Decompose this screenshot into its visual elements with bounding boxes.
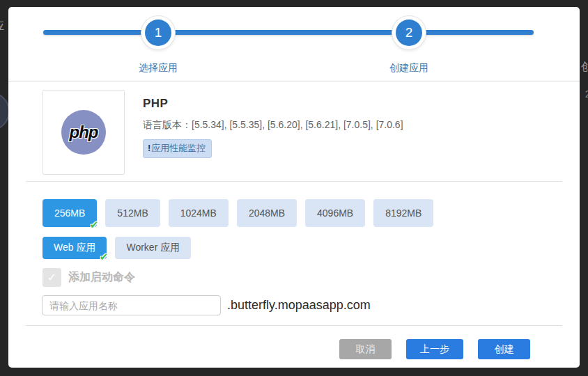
step-1-label: 选择应用 — [116, 62, 200, 75]
versions-label: 语言版本： — [143, 119, 192, 130]
php-logo-icon: php — [61, 110, 106, 155]
domain-suffix: .butterfly.mopaasapp.com — [227, 298, 371, 313]
background-text-fragment: 创 — [581, 60, 588, 75]
app-type-label: Web 应用 — [54, 242, 95, 254]
memory-options-row: 256MB ✔ 512MB 1024MB 2048MB 4096MB 8192M… — [42, 199, 580, 227]
wizard-stepper: 1 2 选择应用 创建应用 — [8, 7, 580, 81]
step-2-label: 创建应用 — [367, 62, 451, 75]
memory-option-1024mb[interactable]: 1024MB — [169, 199, 229, 227]
memory-option-label: 512MB — [117, 207, 148, 219]
memory-option-label: 2048MB — [249, 207, 285, 219]
app-card-php: php — [42, 90, 125, 175]
step-2-circle: 2 — [396, 19, 422, 46]
memory-option-2048mb[interactable]: 2048MB — [237, 199, 297, 227]
app-versions: 语言版本：[5.5.34], [5.5.35], [5.6.20], [5.6.… — [143, 119, 403, 132]
app-type-row: Web 应用 ✔ Worker 应用 — [42, 237, 580, 259]
check-icon: ✔ — [90, 219, 99, 231]
apm-tag: !应用性能监控 — [143, 139, 212, 158]
check-icon: ✔ — [100, 251, 109, 263]
apm-tag-label: 应用性能监控 — [151, 143, 206, 153]
memory-option-256mb[interactable]: 256MB ✔ — [42, 199, 97, 227]
step-2-node[interactable]: 2 — [392, 16, 426, 49]
app-type-label: Worker 应用 — [126, 242, 180, 254]
cancel-button[interactable]: 取消 — [339, 339, 392, 359]
memory-option-4096mb[interactable]: 4096MB — [305, 199, 365, 227]
app-name-row: .butterfly.mopaasapp.com — [42, 295, 580, 315]
startup-command-label: 添加启动命令 — [68, 270, 135, 285]
memory-option-8192mb[interactable]: 8192MB — [373, 199, 433, 227]
app-type-worker[interactable]: Worker 应用 — [115, 237, 191, 259]
dialog-footer: 取消 上一步 创建 — [8, 326, 580, 359]
memory-option-label: 4096MB — [317, 207, 353, 219]
app-name-input[interactable] — [42, 295, 221, 315]
memory-option-label: 1024MB — [180, 207, 217, 219]
app-title: PHP — [143, 97, 403, 111]
selected-app-section: php PHP 语言版本：[5.5.34], [5.5.35], [5.6.20… — [8, 81, 580, 181]
create-button[interactable]: 创建 — [478, 339, 530, 359]
memory-option-label: 256MB — [54, 207, 85, 219]
memory-option-512mb[interactable]: 512MB — [105, 199, 160, 227]
app-type-web[interactable]: Web 应用 ✔ — [42, 237, 107, 259]
create-app-dialog: 1 2 选择应用 创建应用 php PHP 语言版本：[5.5.34], [5.… — [8, 7, 580, 368]
memory-option-label: 8192MB — [385, 207, 421, 219]
step-1-node[interactable]: 1 — [141, 16, 175, 49]
background-text-fragment: 应 — [0, 19, 4, 33]
startup-command-row: ✓ 添加启动命令 — [42, 268, 580, 287]
section-divider — [26, 181, 562, 182]
previous-step-button[interactable]: 上一步 — [406, 339, 463, 359]
background-text-fragment: 2 — [585, 88, 588, 100]
startup-command-checkbox[interactable]: ✓ — [42, 268, 61, 287]
step-1-circle: 1 — [145, 19, 171, 46]
versions-list: [5.5.34], [5.5.35], [5.6.20], [5.6.21], … — [192, 119, 403, 130]
stepper-progress-bar — [43, 30, 534, 35]
exclamation-icon: ! — [148, 143, 150, 153]
app-info: PHP 语言版本：[5.5.34], [5.5.35], [5.6.20], [… — [143, 97, 403, 158]
